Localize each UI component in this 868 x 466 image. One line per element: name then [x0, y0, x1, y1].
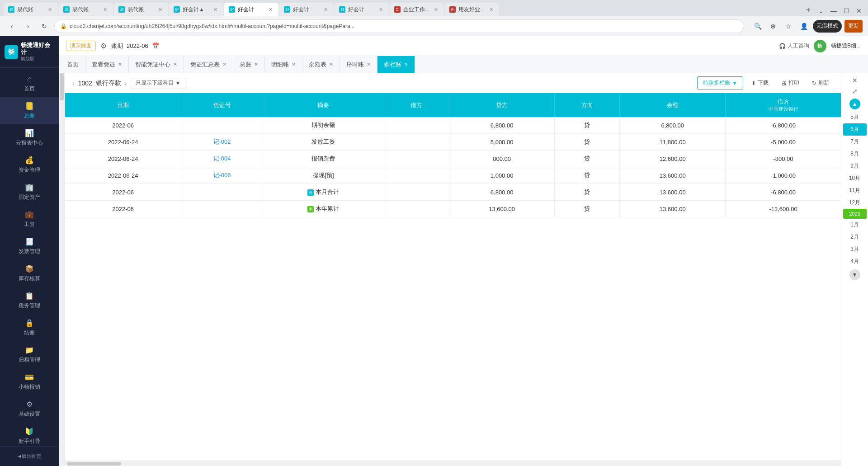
sidebar-item-tax[interactable]: 📋 税务管理 — [0, 287, 59, 314]
print-button[interactable]: 🖨 打印 — [777, 77, 804, 89]
month-item-7月[interactable]: 7月 — [843, 136, 867, 148]
bookmark-icon[interactable]: ☆ — [782, 20, 795, 33]
page-tab-pt7[interactable]: 余额表✕ — [302, 56, 340, 73]
sidebar-item-archive[interactable]: 📁 归档管理 — [0, 341, 59, 368]
page-tab-close-icon[interactable]: ✕ — [118, 61, 122, 67]
sidebar-item-report[interactable]: 📊 云报表中心 — [0, 124, 59, 151]
month-item-3月[interactable]: 3月 — [843, 243, 867, 255]
bottom-scrollbar[interactable] — [65, 461, 841, 466]
next-account-button[interactable]: › — [125, 80, 127, 87]
prev-account-button[interactable]: ‹ — [72, 80, 75, 87]
page-tab-close-icon[interactable]: ✕ — [254, 61, 258, 67]
reload-button[interactable]: ↻ — [38, 20, 51, 33]
month-item-11月[interactable]: 11月 — [843, 184, 867, 197]
tab-close-icon[interactable]: ✕ — [212, 6, 219, 13]
tab-close-icon[interactable]: ✕ — [101, 6, 108, 13]
browser-tab-t1[interactable]: 易 易代账 ✕ — [4, 3, 58, 16]
tab-close-icon[interactable]: ✕ — [322, 6, 329, 13]
page-tab-close-icon[interactable]: ✕ — [404, 61, 408, 67]
url-bar[interactable]: 🔒 cloud2.chanjet.com/accounting/uh26t264… — [54, 19, 744, 33]
rp-header-close[interactable]: ✕ — [849, 75, 860, 86]
month-item-5月[interactable]: 5月 — [843, 111, 867, 123]
browser-tab-t4[interactable]: 好 好会计▲ ✕ — [169, 3, 223, 16]
browser-tab-t3[interactable]: 易 易代账 ✕ — [114, 3, 168, 16]
browser-tab-t7[interactable]: 好 好会计 ✕ — [335, 3, 389, 16]
sidebar-item-salary[interactable]: 💼 工资 — [0, 206, 59, 233]
month-item-4月[interactable]: 4月 — [843, 255, 867, 268]
tab-close-icon[interactable]: ✕ — [267, 6, 274, 13]
rp-scroll-down[interactable]: ▼ — [849, 269, 860, 280]
page-tab-close-icon[interactable]: ✕ — [173, 61, 177, 67]
close-window-button[interactable]: ✕ — [854, 5, 864, 16]
month-item-6月[interactable]: 6月 — [843, 123, 867, 136]
stealth-button[interactable]: 无痕模式 — [813, 20, 842, 33]
refresh-button[interactable]: ↻ 刷新 — [807, 77, 834, 89]
tab-close-icon[interactable]: ✕ — [156, 6, 164, 13]
month-item-1月[interactable]: 1月 — [843, 219, 867, 231]
search-icon[interactable]: 🔍 — [751, 20, 764, 33]
page-tab-pt9[interactable]: 多栏账✕ — [377, 56, 415, 73]
rp-header-expand[interactable]: ⤢ — [849, 86, 860, 97]
sidebar-item-home[interactable]: ⌂ 首页 — [0, 71, 59, 97]
new-tab-button[interactable]: + — [802, 4, 815, 16]
page-tab-pt3[interactable]: 智能凭证中心✕ — [129, 56, 184, 73]
calendar-icon[interactable]: 📅 — [152, 42, 159, 49]
page-tab-close-icon[interactable]: ✕ — [329, 61, 333, 67]
settings-button[interactable]: ⚙ — [100, 42, 107, 50]
browser-tab-t6[interactable]: 好 好会计 ✕ — [279, 3, 334, 16]
month-item-9月[interactable]: 9月 — [843, 160, 867, 172]
update-button[interactable]: 更新 — [844, 20, 863, 33]
profile-button[interactable]: 👤 — [797, 20, 810, 33]
left-scrollbar[interactable] — [59, 73, 65, 466]
sidebar-item-assets[interactable]: 🏢 固定资产 — [0, 179, 59, 206]
sidebar-item-funds[interactable]: 💰 资金管理 — [0, 151, 59, 179]
browser-tab-t9[interactable]: 用 用友好业... ✕ — [445, 3, 499, 16]
filter-dropdown[interactable]: 只显示下级科目 ▼ — [131, 77, 186, 89]
sidebar-item-ledger[interactable]: 📒 总账 — [0, 97, 59, 124]
forward-button[interactable]: › — [22, 20, 34, 33]
maximize-button[interactable]: ☐ — [841, 5, 852, 16]
rp-scroll-up[interactable]: ▲ — [849, 99, 860, 109]
download-button[interactable]: ⬇ 下载 — [747, 77, 773, 89]
translate-icon[interactable]: ⊕ — [767, 20, 779, 33]
month-item-12月[interactable]: 12月 — [843, 197, 867, 209]
tab-close-icon[interactable]: ✕ — [432, 6, 439, 13]
browser-tab-t2[interactable]: 易 易代账 ✕ — [59, 3, 113, 16]
month-item-2023[interactable]: 2023 — [843, 209, 867, 219]
page-tab-close-icon[interactable]: ✕ — [292, 61, 296, 67]
browser-tab-t8[interactable]: C 企业工作... ✕ — [390, 3, 444, 16]
help-button[interactable]: 🎧 人工咨询 — [779, 42, 809, 50]
sidebar-pin-button[interactable]: ◄取消固定 — [0, 450, 59, 462]
tax-icon: 📋 — [25, 292, 34, 300]
browser-tab-t5[interactable]: 好 好会计 ✕ — [224, 3, 278, 16]
month-item-10月[interactable]: 10月 — [843, 172, 867, 184]
tab-bar: 易 易代账 ✕ 易 易代账 ✕ 易 易代账 ✕ 好 好会计▲ ✕ 好 好会计 ✕… — [0, 0, 868, 16]
month-item-2月[interactable]: 2月 — [843, 231, 867, 243]
tab-close-icon[interactable]: ✕ — [46, 6, 53, 13]
month-item-8月[interactable]: 8月 — [843, 148, 867, 160]
page-tab-pt4[interactable]: 凭证汇总表✕ — [184, 56, 233, 73]
cell-voucher[interactable]: 记-006 — [181, 167, 263, 184]
tab-close-icon[interactable]: ✕ — [487, 6, 495, 13]
cell-voucher[interactable]: 记-002 — [181, 134, 263, 151]
sidebar-item-expense[interactable]: 💳 小畅报销 — [0, 368, 59, 395]
sidebar-item-guide[interactable]: 🔰 新手引导 — [0, 423, 59, 446]
sidebar-item-settings[interactable]: ⚙ 基础设置 — [0, 395, 59, 423]
page-tab-pt8[interactable]: 序时账✕ — [340, 56, 377, 73]
page-tab-pt5[interactable]: 总账✕ — [233, 56, 265, 73]
tab-list-button[interactable]: ⌄ — [816, 5, 826, 16]
sidebar-item-closing[interactable]: 🔒 结账 — [0, 314, 59, 341]
sidebar-item-stock[interactable]: 📦 库存核算 — [0, 260, 59, 287]
page-tab-pt1[interactable]: 首页 — [61, 56, 85, 73]
special-multi-button[interactable]: 特殊多栏账 ▼ — [697, 76, 743, 89]
sidebar-item-invoice[interactable]: 🧾 发票管理 — [0, 233, 59, 260]
page-tab-pt6[interactable]: 明细账✕ — [265, 56, 302, 73]
tab-label: 好会计 — [293, 6, 319, 14]
page-tab-close-icon[interactable]: ✕ — [367, 61, 371, 67]
cell-voucher[interactable]: 记-004 — [181, 151, 263, 167]
tab-close-icon[interactable]: ✕ — [377, 6, 384, 13]
page-tab-close-icon[interactable]: ✕ — [222, 61, 226, 67]
back-button[interactable]: ‹ — [5, 20, 18, 33]
minimize-button[interactable]: — — [828, 5, 839, 16]
page-tab-pt2[interactable]: 查看凭证✕ — [85, 56, 129, 73]
